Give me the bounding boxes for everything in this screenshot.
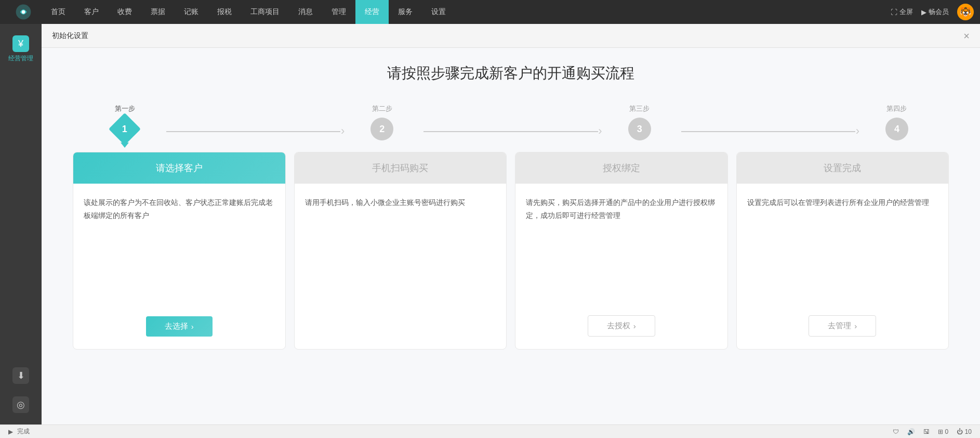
sidebar: ¥ 经营管理 ⬇ ◎: [0, 24, 42, 424]
page-header: 初始化设置 ×: [42, 24, 980, 48]
status-play-icon: ▶: [8, 428, 13, 435]
nav-service[interactable]: 服务: [389, 0, 422, 24]
status-bar: ▶ 完成 🛡 🔊 🖫 ⊞ 0 ⏻ 10: [0, 424, 980, 438]
avatar-icon: 🐯: [960, 6, 971, 18]
download-icon: ⬇: [12, 367, 29, 384]
status-power: ⏻ 10: [957, 428, 972, 435]
status-shield-icon: 🛡: [893, 428, 899, 435]
user-avatar[interactable]: 🐯: [957, 4, 974, 20]
nav-right-actions: ⛶ 全屏 ▶ 畅会员 🐯: [891, 4, 980, 20]
status-network: ⊞ 0: [938, 428, 948, 435]
nav-items: 首页 客户 收费 票据 记账 报税 工商项目 消息 管理 经营 服务 设置: [42, 0, 891, 24]
step-cards: 请选择客户 该处展示的客户为不在回收站、客户状态正常建账后完成老板端绑定的所有客…: [73, 152, 949, 350]
status-sound-icon: 🔊: [907, 428, 915, 435]
sidebar-item-support[interactable]: ◎: [0, 390, 42, 419]
sidebar-operation-icon: ¥: [12, 35, 29, 52]
fullscreen-icon: ⛶: [891, 8, 897, 16]
nav-operation[interactable]: 经营: [355, 0, 389, 24]
card-1: 请选择客户 该处展示的客户为不在回收站、客户状态正常建账后完成老板端绑定的所有客…: [73, 152, 286, 350]
connector-1-2: ›: [166, 131, 340, 132]
step-3-indicator: 第三步 3: [598, 104, 681, 140]
nav-business[interactable]: 工商项目: [241, 0, 289, 24]
card-3-button-symbol: ›: [633, 321, 636, 330]
card-3-button[interactable]: 去授权 ›: [588, 315, 655, 337]
sidebar-bottom: ⬇ ◎: [0, 361, 42, 424]
card-1-button[interactable]: 去选择 ›: [146, 316, 213, 337]
step-1-number: 1: [122, 123, 127, 134]
card-4-button-symbol: ›: [854, 321, 857, 330]
card-3-footer: 去授权 ›: [515, 307, 727, 349]
card-1-button-label: 去选择: [165, 321, 188, 331]
card-3: 授权绑定 请先购买，购买后选择开通的产品中的企业用户进行授权绑定，成功后即可进行…: [515, 152, 728, 350]
status-right: 🛡 🔊 🖫 ⊞ 0 ⏻ 10: [893, 428, 972, 435]
card-2-header: 手机扫码购买: [295, 152, 507, 184]
card-4-header: 设置完成: [737, 152, 949, 184]
nav-account[interactable]: 记账: [175, 0, 208, 24]
wizard-container: 请按照步骤完成新客户的开通购买流程 第一步 1 › 第二步: [42, 48, 980, 424]
play-icon: ▶: [921, 8, 926, 16]
step-2-circle: 2: [370, 118, 393, 140]
card-1-button-symbol: ›: [191, 322, 194, 331]
app-logo: [5, 4, 42, 20]
card-1-body: 该处展示的客户为不在回收站、客户状态正常建账后完成老板端绑定的所有客户: [73, 184, 285, 308]
wizard-title: 请按照步骤完成新客户的开通购买流程: [73, 63, 949, 83]
card-4-footer: 去管理 ›: [737, 307, 949, 349]
step-1-label: 第一步: [115, 104, 135, 113]
status-save-icon: 🖫: [923, 428, 930, 435]
close-button[interactable]: ×: [963, 31, 970, 41]
card-4-body: 设置完成后可以在管理列表进行所有企业用户的经营管理: [737, 184, 949, 307]
card-3-body: 请先购买，购买后选择开通的产品中的企业用户进行授权绑定，成功后即可进行经营管理: [515, 184, 727, 307]
step-3-number: 3: [637, 124, 642, 135]
page-title: 初始化设置: [52, 31, 88, 41]
card-1-header: 请选择客户: [73, 152, 285, 184]
card-2-body: 请用手机扫码，输入小微企业主账号密码进行购买: [295, 184, 507, 328]
arrow-2-3: ›: [598, 124, 602, 138]
nav-bill[interactable]: 票据: [141, 0, 175, 24]
step-3-circle: 3: [628, 118, 651, 140]
card-3-button-label: 去授权: [607, 321, 630, 331]
arrow-3-4: ›: [856, 124, 859, 138]
member-label: 畅会员: [929, 7, 949, 17]
step-4-circle: 4: [885, 118, 908, 140]
step-2-number: 2: [379, 124, 385, 135]
card-1-footer: 去选择 ›: [73, 308, 285, 349]
top-navigation: 首页 客户 收费 票据 记账 报税 工商项目 消息 管理 经营 服务 设置 ⛶ …: [0, 0, 980, 24]
arrow-1-2: ›: [341, 124, 345, 138]
nav-tax[interactable]: 报税: [208, 0, 241, 24]
nav-fee[interactable]: 收费: [108, 0, 141, 24]
card-4-button[interactable]: 去管理 ›: [809, 315, 876, 337]
svg-point-1: [22, 10, 25, 14]
card-2-footer: [295, 328, 507, 349]
step-3-label: 第三步: [629, 104, 650, 113]
fullscreen-button[interactable]: ⛶ 全屏: [891, 7, 913, 17]
main-content: 初始化设置 × 请按照步骤完成新客户的开通购买流程 第一步 1 ›: [42, 24, 980, 424]
card-4: 设置完成 设置完成后可以在管理列表进行所有企业用户的经营管理 去管理 ›: [736, 152, 949, 350]
support-icon: ◎: [12, 396, 29, 413]
connector-2-3: ›: [423, 131, 598, 132]
member-button[interactable]: ▶ 畅会员: [921, 7, 949, 17]
fullscreen-label: 全屏: [899, 7, 913, 17]
step-2-label: 第二步: [372, 104, 392, 113]
card-2: 手机扫码购买 请用手机扫码，输入小微企业主账号密码进行购买: [294, 152, 507, 350]
step-1-indicator: 第一步 1: [83, 104, 166, 148]
card-3-header: 授权绑定: [515, 152, 727, 184]
sidebar-item-download[interactable]: ⬇: [0, 361, 42, 390]
nav-message[interactable]: 消息: [289, 0, 322, 24]
step-4-label: 第四步: [886, 104, 907, 113]
nav-home[interactable]: 首页: [42, 0, 75, 24]
step-1-circle: 1: [109, 113, 141, 145]
step-4-number: 4: [894, 124, 899, 135]
status-left: ▶ 完成: [8, 427, 30, 436]
nav-settings[interactable]: 设置: [422, 0, 455, 24]
card-4-button-label: 去管理: [828, 321, 851, 331]
step-2-indicator: 第二步 2: [340, 104, 423, 140]
sidebar-item-label: 经营管理: [8, 54, 33, 63]
step-4-indicator: 第四步 4: [855, 104, 938, 140]
connector-3-4: ›: [681, 131, 855, 132]
nav-manage[interactable]: 管理: [322, 0, 355, 24]
status-text: 完成: [17, 427, 30, 436]
nav-customer[interactable]: 客户: [75, 0, 108, 24]
sidebar-item-operation[interactable]: ¥ 经营管理: [0, 29, 42, 69]
